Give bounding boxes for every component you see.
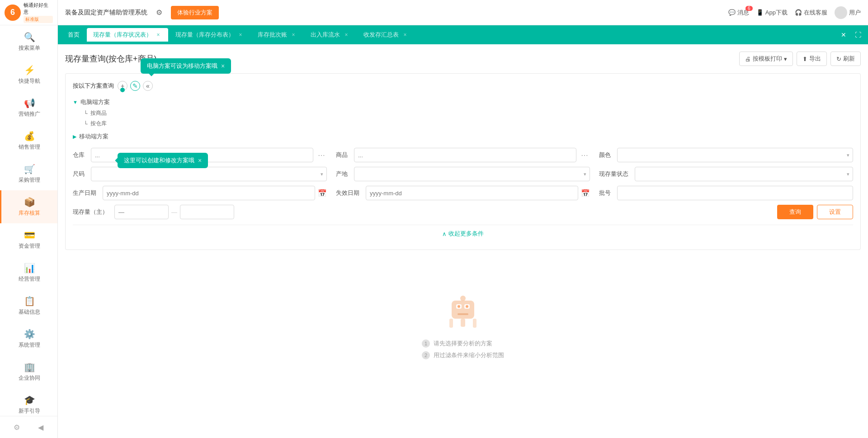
- tab-stock-batch-close[interactable]: ×: [290, 31, 297, 38]
- refresh-label: 刷新: [843, 55, 855, 63]
- sidebar-item-inventory[interactable]: 📦 库存核算: [0, 190, 57, 223]
- stock-main-input-max[interactable]: [180, 205, 234, 219]
- sidebar-item-system[interactable]: ⚙️ 系统管理: [0, 322, 57, 355]
- produce-date-input[interactable]: [103, 186, 315, 200]
- tooltip-add-scheme: 电脑方案可设为移动方案哦 ×: [141, 58, 231, 74]
- color-select[interactable]: [617, 148, 853, 162]
- page-content: 现存量查询(按仓库+商品) 🖨 按模板打印 ▾ ⬆ 导出 ↻ 刷新: [58, 44, 868, 438]
- sidebar-item-search[interactable]: 🔍 搜索菜单: [0, 25, 57, 58]
- sidebar-item-purchase[interactable]: 🛒 采购管理: [0, 157, 57, 190]
- header-right: 💬 消息 6 📱 App下载 🎧 在线客服 用户: [728, 6, 861, 19]
- svg-rect-5: [458, 313, 468, 315]
- tooltip-add-text: 电脑方案可设为移动方案哦: [147, 62, 217, 70]
- tab-stock-batch[interactable]: 库存批次账 ×: [251, 28, 303, 42]
- empty-state: 1 请先选择要分析的方案 2 用过滤条件来缩小分析范围: [65, 255, 861, 396]
- scheme-sub-goods[interactable]: └ 按商品: [84, 108, 853, 118]
- sidebar-label-marketing: 营销推广: [19, 110, 40, 118]
- reset-btn[interactable]: 设置: [817, 205, 853, 219]
- sidebar-settings-btn[interactable]: ⚙: [10, 421, 23, 433]
- refresh-icon: ↻: [836, 56, 841, 62]
- add-scheme-indicator: [120, 88, 125, 92]
- service-btn[interactable]: 🎧 在线客服: [795, 9, 827, 17]
- collapse-btn[interactable]: ∧ 收起更多条件: [73, 225, 853, 242]
- gear-icon[interactable]: ⚙: [153, 6, 165, 19]
- add-scheme-btn[interactable]: +: [118, 81, 127, 91]
- tooltip-create-text: 这里可以创建和修改方案哦: [124, 156, 194, 165]
- tab-recv-summary[interactable]: 收发存汇总表 ×: [357, 28, 415, 42]
- produce-date-cal-icon[interactable]: 📅: [318, 189, 327, 198]
- tab-expand-btn[interactable]: ⛶: [852, 28, 864, 41]
- brand-name: 畅通好好生意: [24, 2, 53, 15]
- scheme-pc-node[interactable]: ▼ 电脑端方案: [73, 96, 853, 108]
- tab-stock-flow-close[interactable]: ×: [343, 31, 350, 38]
- user-btn[interactable]: 用户: [835, 6, 861, 19]
- tip-text-2: 用过滤条件来缩小分析范围: [434, 351, 504, 359]
- expire-date-cal-icon[interactable]: 📅: [581, 189, 590, 198]
- edit-scheme-btn[interactable]: ✎: [130, 81, 140, 91]
- sidebar-item-operation[interactable]: 📊 经营管理: [0, 256, 57, 289]
- expire-date-input[interactable]: [366, 186, 578, 200]
- refresh-btn[interactable]: ↻ 刷新: [830, 52, 861, 66]
- sidebar-item-quick[interactable]: ⚡ 快捷导航: [0, 58, 57, 91]
- sidebar-item-basic[interactable]: 📋 基础信息: [0, 289, 57, 322]
- search-btn[interactable]: 查询: [777, 205, 813, 219]
- scheme-sub-warehouse-label: 按仓库: [90, 120, 107, 127]
- sidebar-label-guide: 新手引导: [19, 407, 40, 415]
- goods-filter: 商品 ⋯: [336, 148, 590, 162]
- warehouse-label: 仓库: [73, 151, 88, 159]
- stock-main-input-min[interactable]: [114, 205, 169, 219]
- svg-rect-6: [461, 319, 465, 327]
- export-btn[interactable]: ⬆ 导出: [797, 52, 827, 66]
- back-scheme-btn[interactable]: «: [143, 81, 153, 91]
- app-logo: 6 畅通好好生意 标准版: [0, 0, 57, 25]
- tab-bar-end: ✕ ⛶: [837, 28, 864, 41]
- goods-input[interactable]: [354, 148, 576, 162]
- batch-input[interactable]: [617, 186, 853, 200]
- avatar: [835, 6, 847, 19]
- tab-stock-batch-label: 库存批次账: [258, 31, 287, 39]
- logo-text-block: 畅通好好生意 标准版: [24, 2, 53, 23]
- headset-icon: 🎧: [795, 9, 802, 16]
- origin-label: 产地: [336, 170, 351, 178]
- tab-stock-dist[interactable]: 现存量（库存分布表） ×: [169, 28, 250, 42]
- tab-stock-status-close[interactable]: ×: [155, 31, 162, 38]
- brand-badge: 标准版: [24, 16, 53, 23]
- sidebar-collapse-btn[interactable]: ◀: [34, 421, 47, 433]
- purchase-icon: 🛒: [24, 164, 35, 174]
- tooltip-create-close[interactable]: ×: [198, 157, 202, 164]
- scheme-mobile-node[interactable]: ▶ 移动端方案: [73, 131, 853, 142]
- tab-close-all-btn[interactable]: ✕: [837, 28, 850, 41]
- tab-stock-dist-close[interactable]: ×: [237, 31, 244, 38]
- msg-btn[interactable]: 💬 消息 6: [728, 9, 749, 17]
- size-filter: 尺码 ▾: [73, 167, 327, 181]
- page-actions: 🖨 按模板打印 ▾ ⬆ 导出 ↻ 刷新: [739, 52, 861, 66]
- user-label: 用户: [849, 9, 861, 17]
- tooltip-add-close[interactable]: ×: [221, 62, 225, 70]
- warehouse-dots-btn[interactable]: ⋯: [316, 150, 327, 160]
- stock-status-select[interactable]: [635, 167, 853, 181]
- tab-stock-dist-label: 现存量（库存分布表）: [175, 31, 234, 39]
- sidebar-item-marketing[interactable]: 📢 营销推广: [0, 91, 57, 124]
- system-icon: ⚙️: [24, 329, 35, 339]
- tab-stock-flow[interactable]: 出入库流水 ×: [304, 28, 356, 42]
- sidebar-item-guide[interactable]: 🎓 新手引导: [0, 388, 57, 416]
- app-download-btn[interactable]: 📱 App下载: [756, 9, 788, 17]
- sidebar-item-sales[interactable]: 💰 销售管理: [0, 124, 57, 157]
- scheme-sub-warehouse[interactable]: └ 按仓库: [84, 118, 853, 129]
- origin-select[interactable]: [354, 167, 590, 181]
- goods-dots-btn[interactable]: ⋯: [579, 150, 590, 160]
- template-print-btn[interactable]: 🖨 按模板打印 ▾: [739, 52, 793, 66]
- header-left: 装备及固定资产辅助管理系统 ⚙ 体验行业方案: [65, 6, 219, 19]
- sidebar-item-finance[interactable]: 💳 资金管理: [0, 223, 57, 256]
- sidebar-label-finance: 资金管理: [19, 242, 40, 250]
- phone-icon: 📱: [756, 9, 764, 16]
- sidebar-label-purchase: 采购管理: [19, 176, 40, 184]
- tab-home[interactable]: 首页: [61, 28, 86, 42]
- logo-icon: 6: [5, 5, 21, 21]
- tab-recv-summary-close[interactable]: ×: [401, 31, 409, 38]
- sidebar-item-enterprise[interactable]: 🏢 企业协同: [0, 355, 57, 388]
- filter-row-2: 尺码 ▾ 产地 ▾: [73, 167, 853, 181]
- size-select[interactable]: [91, 167, 327, 181]
- tab-stock-status[interactable]: 现存量（库存状况表） ×: [87, 28, 168, 42]
- industry-btn[interactable]: 体验行业方案: [171, 6, 219, 19]
